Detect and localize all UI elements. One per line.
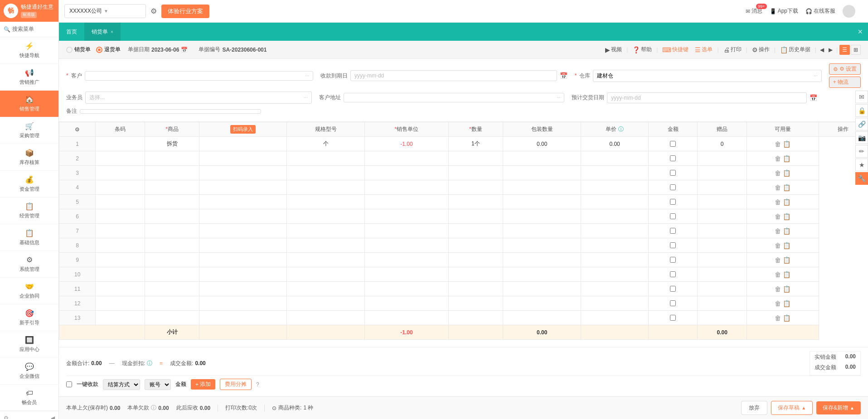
view-list-icon[interactable]: ☰ xyxy=(839,45,850,55)
rfb-message[interactable]: ✉ xyxy=(855,91,868,103)
sidebar-item-marketing[interactable]: 📢 营销推广 xyxy=(0,64,58,91)
pkg-qty-1[interactable]: 1个 xyxy=(448,137,503,151)
calendar-icon[interactable]: 📅 xyxy=(181,47,188,53)
rfb-star[interactable]: ★ xyxy=(855,159,868,171)
gift-1[interactable] xyxy=(649,137,698,151)
delete-icon[interactable]: 🗑 xyxy=(775,198,781,206)
copy-icon[interactable]: 📋 xyxy=(783,314,790,322)
copy-icon[interactable]: 📋 xyxy=(783,169,790,177)
sidebar-item-inventory[interactable]: 📦 库存核算 xyxy=(0,144,58,171)
delete-icon[interactable]: 🗑 xyxy=(775,184,781,191)
one-click-checkbox[interactable] xyxy=(66,381,72,387)
sidebar-item-basic[interactable]: 📋 基础信息 xyxy=(0,224,58,251)
rfb-screenshot[interactable]: 📷 xyxy=(855,131,868,144)
sidebar-item-appstore[interactable]: 🔲 应用中心 xyxy=(0,331,58,358)
delete-icon[interactable]: 🗑 xyxy=(775,285,781,293)
copy-icon[interactable]: 📋 xyxy=(783,242,790,249)
toolbar-help[interactable]: ❓ 帮助 xyxy=(630,44,655,55)
amount-1[interactable]: 0.00 xyxy=(581,137,649,151)
toolbar-history[interactable]: 📋 历史单据 xyxy=(777,44,813,55)
sidebar-settings-icon[interactable]: ⚙ xyxy=(4,415,9,419)
barcode-1[interactable] xyxy=(96,137,145,151)
copy-icon-1[interactable]: 📋 xyxy=(783,140,790,148)
topbar-gear-icon[interactable]: ⚙ xyxy=(150,7,157,15)
copy-icon[interactable]: 📋 xyxy=(783,213,790,220)
sidebar-item-purchase[interactable]: 🛒 采购管理 xyxy=(0,117,58,144)
delete-icon[interactable]: 🗑 xyxy=(775,169,781,177)
delete-icon[interactable]: 🗑 xyxy=(775,271,781,278)
rfb-link[interactable]: 🔗 xyxy=(855,118,868,130)
discard-button[interactable]: 放弃 xyxy=(741,401,767,415)
copy-icon[interactable]: 📋 xyxy=(783,271,790,278)
copy-icon[interactable]: 📋 xyxy=(783,198,790,206)
delete-icon[interactable]: 🗑 xyxy=(775,242,781,249)
message-button[interactable]: ✉ 消息 99+ xyxy=(746,7,762,15)
sidebar-item-finance[interactable]: 💰 资金管理 xyxy=(0,171,58,197)
delete-icon[interactable]: 🗑 xyxy=(775,227,781,235)
sidebar-item-guide[interactable]: 🎯 新手引导 xyxy=(0,304,58,331)
radio-return-order[interactable]: 退货单 xyxy=(96,46,121,53)
customer-input[interactable]: ··· xyxy=(85,71,313,81)
unit-price-1[interactable]: 0.00 xyxy=(503,137,581,151)
nav-next[interactable]: ▶ xyxy=(827,46,834,54)
company-selector[interactable]: XXXXXX公司 ▼ xyxy=(64,4,146,18)
nav-prev[interactable]: ◀ xyxy=(818,46,826,54)
qty-1[interactable]: -1.00 xyxy=(365,137,448,151)
sidebar-item-system[interactable]: ⚙ 系统管理 xyxy=(0,251,58,278)
sidebar-item-sales[interactable]: 🏠 销售管理 xyxy=(0,91,58,117)
expected-delivery-input[interactable]: yyyy-mm-dd xyxy=(607,92,807,103)
spec-1[interactable] xyxy=(199,137,287,151)
product-1[interactable]: 拆货 xyxy=(145,137,199,151)
sidebar-collapse-icon[interactable]: ◀ xyxy=(51,415,55,419)
tab-home[interactable]: 首页 xyxy=(59,23,84,41)
sidebar-item-quick-nav[interactable]: ⚡ 快捷导航 xyxy=(0,37,58,64)
copy-icon[interactable]: 📋 xyxy=(783,184,790,191)
delivery-calendar-icon[interactable]: 📅 xyxy=(810,94,817,101)
expenses-help-icon[interactable]: ? xyxy=(256,381,259,388)
settings-button[interactable]: ⚙ ⚙ 设置 xyxy=(829,63,861,75)
delete-icon[interactable]: 🗑 xyxy=(775,213,781,220)
copy-icon[interactable]: 📋 xyxy=(783,256,790,264)
copy-icon[interactable]: 📋 xyxy=(783,300,790,307)
scan-button[interactable]: 扫码录入 xyxy=(230,125,256,134)
trial-button[interactable]: 体验行业方案 xyxy=(161,5,209,18)
sidebar-item-operation[interactable]: 📋 经营管理 xyxy=(0,197,58,224)
table-gear-icon[interactable]: ⚙ xyxy=(75,126,80,133)
toolbar-operation[interactable]: ⚙ 操作 xyxy=(749,44,772,55)
copy-icon-2[interactable]: 📋 xyxy=(783,155,790,162)
collection-date-input[interactable]: yyyy-mm-dd xyxy=(350,70,557,81)
warehouse-input[interactable]: 建材仓 ··· xyxy=(593,70,821,82)
toolbar-video[interactable]: ▶ 视频 xyxy=(602,44,625,55)
product-type-stat[interactable]: ⊙ 商品种类: 1 种 xyxy=(272,404,313,412)
flow-button[interactable]: + 物流 xyxy=(829,77,861,88)
sidebar-item-member[interactable]: 🏷 畅会员 xyxy=(0,385,58,411)
radio-sales-order[interactable]: 销货单 xyxy=(66,46,91,53)
customer-address-input[interactable]: ··· xyxy=(344,93,565,102)
payment-account-select[interactable]: 账号 xyxy=(145,379,171,390)
delete-icon[interactable]: 🗑 xyxy=(775,314,781,322)
salesperson-input[interactable]: 选择... ··· xyxy=(85,92,312,104)
rfb-lock[interactable]: 🔒 xyxy=(855,104,868,117)
discount-info-icon[interactable]: ⓘ xyxy=(147,360,152,367)
delete-icon[interactable]: 🗑 xyxy=(775,300,781,307)
copy-icon[interactable]: 📋 xyxy=(783,227,790,235)
tab-close-icon[interactable]: × xyxy=(111,29,113,34)
notes-input[interactable] xyxy=(80,109,261,114)
user-avatar[interactable] xyxy=(843,5,855,18)
sidebar-item-enterprise[interactable]: 🤝 企业协同 xyxy=(0,278,58,304)
unit-1[interactable]: 个 xyxy=(287,137,365,151)
toolbar-print[interactable]: 🖨 打印 xyxy=(721,44,744,55)
tab-sales-order[interactable]: 销货单 × xyxy=(84,23,121,41)
online-service-button[interactable]: 🎧 在线客服 xyxy=(805,7,835,15)
toolbar-select[interactable]: ☰ 选单 xyxy=(692,44,715,55)
app-download-button[interactable]: 📱 App下载 xyxy=(770,7,798,15)
save-draft-button[interactable]: 保存草稿 ▲ xyxy=(771,401,813,415)
delete-icon-1[interactable]: 🗑 xyxy=(775,140,781,148)
rfb-tool[interactable]: 🔧 xyxy=(855,172,868,185)
add-payment-button[interactable]: + 添加 xyxy=(191,379,215,390)
payment-method-select[interactable]: 结算方式 xyxy=(103,379,140,390)
tab-close-all-icon[interactable]: × xyxy=(858,27,863,37)
delete-icon[interactable]: 🗑 xyxy=(775,256,781,264)
delete-icon-2[interactable]: 🗑 xyxy=(775,155,781,162)
unit-price-info-icon[interactable]: ⓘ xyxy=(618,126,624,132)
